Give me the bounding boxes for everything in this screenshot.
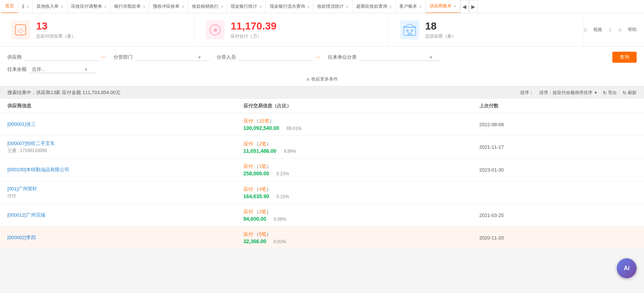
svg-text:◇: ◇: [18, 27, 23, 34]
help-link[interactable]: 帮助: [628, 27, 637, 33]
last-date-cell: 2023-01-30: [479, 167, 637, 173]
export-button[interactable]: ↻ 导出: [603, 90, 617, 96]
collapse-button[interactable]: ∧ 收起更多条件: [7, 76, 637, 82]
sort-label: 排序：: [520, 90, 533, 96]
close-icon[interactable]: ×: [346, 4, 348, 9]
trans-info-cell: 应付 （2笔） 94,600.00 0.08%: [244, 208, 480, 222]
summary-payable-total-text: 11,170.39 应付合计（万）: [231, 20, 277, 39]
summary-bar: ◇ 13 总应付供应商（家） ❀ 11,170.39 应付合计（万） 18 总供…: [0, 13, 644, 46]
table-row: [000012]广州贝瑞 应付 （2笔） 94,600.00 0.08% 202…: [0, 204, 644, 227]
results-bar: 搜索结果中，供应商13家 应付金额 111,703,854.00元 排序： 排序…: [0, 86, 644, 99]
last-date-cell: 2021-11-17: [479, 144, 637, 150]
balance-input[interactable]: [29, 66, 85, 73]
nav-tab-cash-stats[interactable]: 现金银行统计 ×: [227, 0, 266, 13]
supplier-link[interactable]: [000001]张三: [7, 121, 36, 127]
nav-tab-cash-flow[interactable]: 现金银行流水查询 ×: [266, 0, 314, 13]
supplier-info-cell: [001]广州荣轩 仔仔: [7, 186, 244, 199]
category-input[interactable]: [360, 54, 430, 61]
close-icon[interactable]: ×: [259, 4, 262, 9]
close-icon[interactable]: ×: [61, 4, 63, 9]
sort-value[interactable]: 排序：按应付余额倒序排序 ▾: [539, 90, 597, 96]
col-header-trans: 应付交易信息（占比）: [244, 103, 480, 109]
results-summary-text: 搜索结果中，供应商13家 应付金额 111,703,854.00元: [7, 89, 120, 96]
trans-amount[interactable]: 258,000.00: [244, 170, 269, 176]
nav-tab-collection-stats[interactable]: 收款情况统计 ×: [314, 0, 352, 13]
supplier-contact: 王通 17106110000: [7, 148, 244, 154]
supplier-link[interactable]: [000002]李四: [7, 235, 36, 240]
refresh-circle-icon: ↻: [603, 90, 607, 96]
category-chevron-icon[interactable]: ▾: [430, 54, 432, 60]
filter-row-1: 供应商 ··· 分管部门 ▾ 分管人员 ··· 往来单位分类 ▾ 查询: [7, 52, 637, 63]
supplier-filter-label: 供应商: [7, 54, 22, 61]
col-header-last-date: 上次付数: [479, 103, 637, 109]
dept-chevron-icon[interactable]: ▾: [198, 54, 201, 60]
filter-balance: 往来余额 ▾: [7, 66, 96, 73]
trans-info-cell: 应付 （1笔） 258,000.00 0.23%: [244, 163, 480, 176]
nav-tab-prepay[interactable]: 预收冲应收单 ×: [149, 0, 188, 13]
nav-prev-arrow[interactable]: ◀: [460, 0, 469, 13]
close-icon[interactable]: ×: [104, 4, 106, 9]
trans-title: 应付 （5笔）: [244, 231, 480, 238]
nav-tab-supplier-account[interactable]: 供应商账本 ×: [426, 0, 460, 13]
supplier-link[interactable]: [000100]本特勤油品有限公司: [7, 167, 69, 172]
person-input[interactable]: [239, 54, 312, 61]
supplier-info-cell: [000100]本特勤油品有限公司: [7, 166, 244, 173]
video-link[interactable]: 视频: [593, 27, 602, 33]
last-date-cell: 2022-08-08: [479, 122, 637, 127]
supplier-link[interactable]: [000012]广州贝瑞: [7, 212, 45, 218]
trans-amount[interactable]: 94,600.00: [244, 216, 266, 222]
refresh-button[interactable]: ↻ 刷新: [623, 90, 637, 96]
dept-input[interactable]: [136, 54, 198, 61]
summary-total-suppliers: 18 总供应商（家）: [389, 13, 584, 46]
trans-percent: 0.15%: [277, 194, 289, 199]
table-row: [000007]恒旺二手叉车 王通 17106110000 应付 （2笔） 11…: [0, 136, 644, 159]
close-icon[interactable]: ×: [221, 4, 223, 9]
trans-amount-row: 258,000.00 0.23%: [244, 170, 480, 176]
supplier-link[interactable]: [001]广州荣轩: [7, 186, 37, 192]
nav-tab-3[interactable]: 3 ×: [18, 0, 33, 13]
nav-tab-other-income[interactable]: 其他收入单 ×: [33, 0, 67, 13]
trans-info-cell: 应付 （2笔） 11,051,486.00 9.89%: [244, 141, 480, 154]
nav-tab-customer-account[interactable]: 客户账本 ×: [396, 0, 426, 13]
nav-tab-adjust[interactable]: 应收应付调整单 ×: [67, 0, 111, 13]
table-header-row: 供应商信息 应付交易信息（占比） 上次付数: [0, 99, 644, 113]
top-navigation: 首页 3 × 其他收入单 × 应收应付调整单 × 银行存取款单 × 预收冲应收单…: [0, 0, 644, 13]
supplier-info-cell: [000001]张三: [7, 121, 244, 128]
trans-amount[interactable]: 32,366.00: [244, 238, 266, 244]
trans-title: 应付 （15笔）: [244, 118, 480, 124]
supplier-input[interactable]: [25, 54, 98, 61]
close-icon[interactable]: ×: [454, 4, 456, 8]
query-button[interactable]: 查询: [612, 52, 637, 63]
trans-percent: 0.03%: [274, 239, 286, 244]
last-date-cell: 2021-03-25: [479, 213, 637, 218]
trans-title: 应付 （2笔）: [244, 141, 480, 147]
nav-tab-bank[interactable]: 银行存取款单 ×: [111, 0, 149, 13]
trans-info-cell: 应付 （15笔） 100,092,540.00 89.61%: [244, 118, 480, 131]
trans-amount[interactable]: 100,092,540.00: [244, 125, 279, 131]
circle-icon: ⊙: [584, 27, 587, 32]
trans-amount-row: 164,635.90 0.15%: [244, 193, 480, 199]
summary-payable-total: ❀ 11,170.39 应付合计（万）: [195, 13, 389, 46]
trans-percent: 89.61%: [287, 126, 302, 131]
person-dots-icon[interactable]: ···: [315, 54, 320, 61]
trans-amount[interactable]: 11,051,486.00: [244, 148, 277, 154]
close-icon[interactable]: ×: [182, 4, 184, 9]
close-icon[interactable]: ×: [389, 4, 392, 9]
circle-icon2: ⊙: [618, 27, 622, 32]
supplier-link[interactable]: [000007]恒旺二手叉车: [7, 141, 55, 146]
close-icon[interactable]: ×: [307, 4, 309, 9]
table-row: [000002]李四 应付 （5笔） 32,366.00 0.03% 2020-…: [0, 227, 644, 249]
nav-tab-overdue[interactable]: 超期应收款查询 ×: [353, 0, 396, 13]
nav-tab-home[interactable]: 首页: [1, 0, 18, 13]
nav-next-arrow[interactable]: ▶: [469, 0, 478, 13]
total-suppliers-icon: [400, 20, 419, 39]
table-row: [001]广州荣轩 仔仔 应付 （4笔） 164,635.90 0.15%: [0, 181, 644, 204]
trans-amount[interactable]: 164,635.90: [244, 193, 269, 199]
nav-tab-collection[interactable]: 收款核销执行 ×: [188, 0, 227, 13]
close-icon[interactable]: ×: [143, 4, 145, 9]
close-icon[interactable]: ×: [27, 4, 29, 9]
summary-links: ⊙ 视频 ｜ ⊙ 帮助: [584, 13, 644, 46]
supplier-dots-icon[interactable]: ···: [101, 54, 106, 61]
balance-chevron-icon[interactable]: ▾: [85, 66, 87, 72]
close-icon[interactable]: ×: [419, 4, 421, 9]
